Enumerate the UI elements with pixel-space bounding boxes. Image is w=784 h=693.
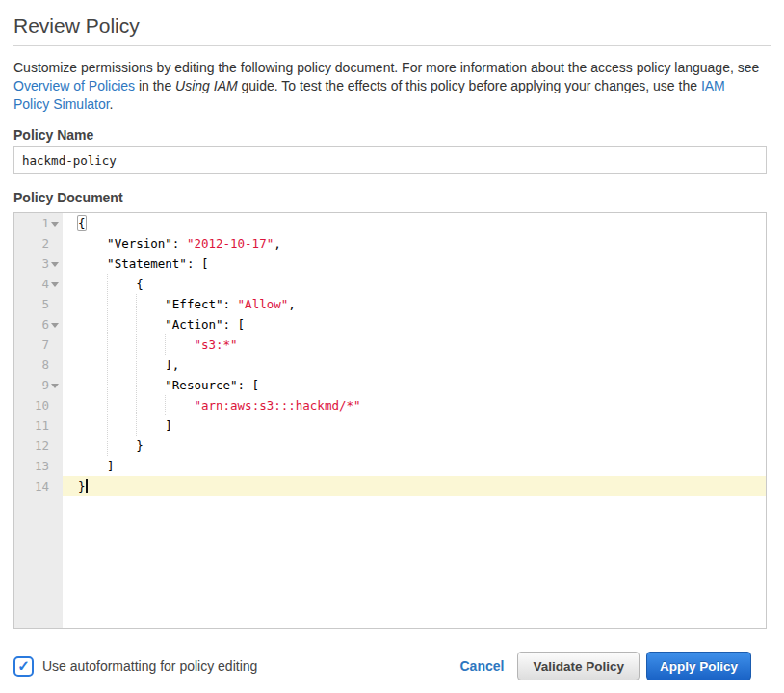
code-line[interactable]: "arn:aws:s3:::hackmd/*" [63,395,766,415]
code-line[interactable]: "Action": [ [63,314,766,334]
gutter-line-number: 10 [14,395,63,415]
gutter-line-number: 4 [14,274,63,294]
autoformat-checkbox[interactable]: ✓ [13,656,34,677]
fold-toggle-icon[interactable] [49,314,61,334]
code-line[interactable]: ] [63,415,766,436]
overview-of-policies-link[interactable]: Overview of Policies [13,78,135,93]
intro-text: in the [135,78,175,93]
autoformat-option: ✓ Use autoformatting for policy editing [13,656,257,677]
code-line[interactable]: ] [63,456,766,476]
policy-name-input[interactable] [13,146,767,174]
review-policy-page: Review Policy Customize permissions by e… [0,0,784,693]
cancel-link[interactable]: Cancel [460,658,505,674]
checkmark-icon: ✓ [17,658,30,673]
code-line-active[interactable]: } [63,476,766,496]
code-line[interactable]: "s3:*" [63,334,766,355]
intro-paragraph: Customize permissions by editing the fol… [13,59,763,114]
code-line[interactable]: { [63,274,766,294]
gutter-line-number: 8 [14,355,63,375]
footer-bar: ✓ Use autoformatting for policy editing … [13,652,767,680]
using-iam-guide-name: Using IAM [175,78,238,93]
gutter-line-number: 6 [14,314,63,334]
gutter-line-number: 9 [14,375,63,395]
code-line[interactable]: ], [63,355,766,375]
fold-toggle-icon[interactable] [49,274,61,294]
gutter-line-number: 3 [14,253,63,274]
gutter-line-number: 7 [14,334,63,355]
title-divider [13,45,771,46]
gutter-line-number: 13 [14,456,63,476]
editor-gutter[interactable]: 1234567891011121314 [14,213,63,628]
code-line[interactable]: "Version": "2012-10-17", [63,233,766,253]
code-line[interactable]: "Statement": [ [63,253,766,274]
text-cursor [86,479,88,493]
fold-toggle-icon[interactable] [49,213,61,233]
code-line[interactable]: } [63,436,766,456]
gutter-line-number: 1 [14,213,63,233]
code-line[interactable]: "Effect": "Allow", [63,294,766,314]
intro-text: Customize permissions by editing the fol… [13,60,759,75]
apply-policy-button[interactable]: Apply Policy [646,652,751,680]
gutter-line-number: 14 [14,476,63,496]
intro-text: guide. To test the effects of this polic… [238,78,701,93]
fold-toggle-icon[interactable] [49,253,61,274]
intro-text: . [110,96,114,112]
policy-document-label: Policy Document [13,190,123,205]
code-line[interactable]: { [63,213,766,233]
code-line[interactable]: "Resource": [ [63,375,766,395]
gutter-line-number: 11 [14,415,63,436]
policy-name-label: Policy Name [13,127,93,143]
gutter-line-number: 5 [14,294,63,314]
gutter-line-number: 12 [14,436,63,456]
action-buttons: Cancel Validate Policy Apply Policy [460,652,752,680]
page-title: Review Policy [13,14,140,38]
validate-policy-button[interactable]: Validate Policy [517,652,640,680]
policy-document-editor[interactable]: 1234567891011121314 { "Version": "2012-1… [13,212,767,629]
fold-toggle-icon[interactable] [49,375,61,395]
editor-code[interactable]: { "Version": "2012-10-17", "Statement": … [63,213,766,628]
autoformat-checkbox-label[interactable]: Use autoformatting for policy editing [42,658,257,674]
gutter-line-number: 2 [14,233,63,253]
